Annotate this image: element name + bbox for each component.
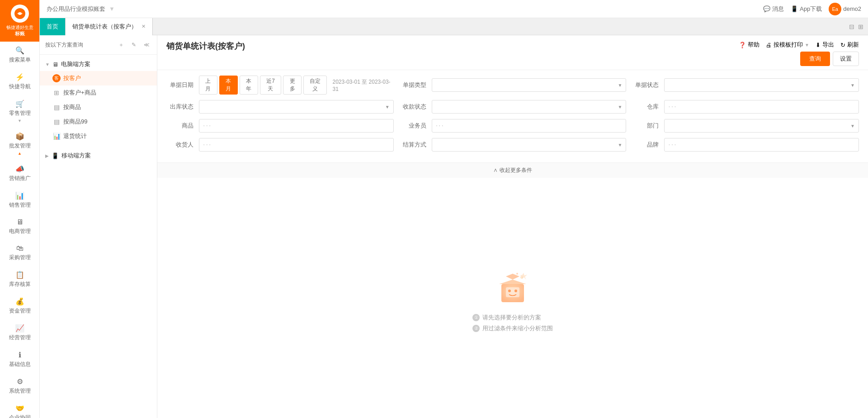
refresh-button[interactable]: ↻ 刷新 — [840, 41, 859, 49]
sidebar-item-purchase[interactable]: 🛍 采购管理 — [0, 240, 39, 266]
sidebar-item-operations[interactable]: 📈 经营管理 — [0, 319, 39, 346]
tree-parent-mobile[interactable]: ▶ 📱 移动端方案 — [40, 149, 157, 162]
by-product99-icon: ▤ — [52, 118, 61, 126]
tab-home[interactable]: 首页 — [40, 18, 66, 35]
product-select[interactable]: ··· — [199, 119, 394, 133]
main-area: 办公用品行业模拟账套 ▼ 💬 消息 📱 App下载 Ea demo2 首页 — [40, 0, 868, 418]
receiver-select[interactable]: ··· — [199, 138, 394, 152]
sidebar-item-system[interactable]: ⚙ 系统管理 — [0, 373, 39, 399]
date-tab-7days[interactable]: 近7天 — [260, 76, 281, 95]
user-name: demo2 — [843, 5, 861, 12]
filter-row-product: 商品 ··· 业务员 ··· 部门 — [166, 119, 859, 133]
export-button[interactable]: ⬇ 导出 — [816, 41, 834, 49]
tree-item-by-customer-product[interactable]: ⊞ 按客户+商品 — [40, 86, 157, 100]
settings-button[interactable]: 设置 — [833, 52, 859, 66]
avatar: Ea — [829, 3, 841, 15]
sidebar-item-ecommerce[interactable]: 🖥 电商管理 — [0, 214, 39, 240]
tree-item-by-product[interactable]: ▤ 按商品 — [40, 100, 157, 114]
sales-icon: 📊 — [15, 191, 24, 200]
sidebar-item-retail[interactable]: 🛒 零售管理 ▼ — [0, 95, 39, 128]
brand-dots: ··· — [668, 141, 677, 149]
inventory-icon: 📋 — [15, 271, 24, 279]
sidebar-item-wholesale[interactable]: 📦 批发管理 ▲ — [0, 128, 39, 160]
date-tab-thismonth[interactable]: 本月 — [219, 76, 238, 95]
settlement-select[interactable]: ▼ — [432, 138, 627, 152]
order-type-select[interactable]: ▼ — [432, 78, 627, 92]
svg-point-1 — [19, 12, 21, 15]
sidebar-item-basicinfo-label: 基础信息 — [9, 361, 31, 368]
empty-tips: ① 请先选择要分析的方案 ② 用过滤条件来缩小分析范围 — [472, 314, 553, 332]
help-button[interactable]: ❓ 帮助 — [739, 41, 760, 49]
finance-icon: 💰 — [15, 297, 24, 306]
page-title: 销货单统计表(按客户) — [166, 41, 245, 52]
app-download-button[interactable]: 📱 App下载 — [791, 5, 822, 13]
out-status-select[interactable]: ▼ — [199, 100, 394, 114]
sidebar-item-collab-label: 企业协同 — [9, 414, 31, 418]
user-menu[interactable]: Ea demo2 — [829, 3, 861, 15]
date-tab-lastmonth[interactable]: 上月 — [199, 76, 217, 95]
retail-arrow: ▼ — [18, 119, 22, 123]
tree-item-return-stats[interactable]: 📊 退货统计 — [40, 129, 157, 143]
sidebar-item-basicinfo[interactable]: ℹ 基础信息 — [0, 346, 39, 373]
sidebar-item-search[interactable]: 🔍 搜索菜单 — [0, 42, 39, 68]
empty-state: ① 请先选择要分析的方案 ② 用过滤条件来缩小分析范围 — [157, 178, 868, 418]
empty-tip-1: ① 请先选择要分析的方案 — [472, 314, 553, 322]
payment-status-select[interactable]: ▼ — [432, 100, 627, 114]
sidebar-item-inventory-label: 库存核算 — [9, 280, 31, 288]
edit-scheme-button[interactable]: ✎ — [129, 40, 139, 50]
app-download-icon: 📱 — [791, 5, 798, 12]
help-icon: ❓ — [739, 42, 746, 48]
product-dots: ··· — [203, 122, 212, 130]
page-actions: ❓ 帮助 🖨 按模板打印 ▼ ⬇ 导出 ↻ — [739, 41, 859, 66]
collapse-bar[interactable]: ∧ 收起更多条件 — [157, 162, 868, 178]
refresh-label: 刷新 — [847, 41, 859, 49]
tree-item-by-customer[interactable]: 客 按客户 — [40, 71, 157, 86]
minimize-icon[interactable]: ⊟ — [849, 23, 854, 30]
print-button[interactable]: 🖨 按模板打印 ▼ — [766, 41, 809, 49]
date-tabs: 上月 本月 本年 近7天 更多 自定义 2023-03-01 至 2023-03… — [199, 76, 394, 95]
salesperson-select[interactable]: ··· — [432, 119, 627, 133]
sidebar-item-collab[interactable]: 🤝 企业协同 — [0, 399, 39, 418]
order-status-control: ▼ — [664, 78, 859, 92]
date-tab-more[interactable]: 更多 — [283, 76, 302, 95]
order-status-select[interactable]: ▼ — [664, 78, 859, 92]
sidebar-item-marketing[interactable]: 📣 营销推广 — [0, 160, 39, 187]
query-button[interactable]: 查询 — [800, 52, 830, 66]
help-label: 帮助 — [748, 41, 760, 49]
add-scheme-button[interactable]: ＋ — [116, 40, 126, 50]
sidebar-item-system-label: 系统管理 — [9, 387, 31, 395]
collapse-panel-button[interactable]: ≪ — [142, 40, 151, 50]
sidebar-item-quicknav-label: 快捷导航 — [9, 83, 31, 90]
sidebar-item-inventory[interactable]: 📋 库存核算 — [0, 266, 39, 293]
tip-text-2: 用过滤条件来缩小分析范围 — [482, 324, 553, 332]
department-select[interactable]: ▼ — [664, 119, 859, 133]
maximize-icon[interactable]: ⊞ — [858, 23, 863, 30]
warehouse-select[interactable]: ··· — [664, 100, 859, 114]
settlement-arrow: ▼ — [618, 142, 622, 147]
system-icon: ⚙ — [17, 377, 23, 386]
brand-select[interactable]: ··· — [664, 138, 859, 152]
message-button[interactable]: 💬 消息 — [763, 5, 784, 13]
sidebar-item-sales[interactable]: 📊 销售管理 — [0, 187, 39, 214]
tip-num-1: ① — [472, 314, 480, 321]
purchase-icon: 🛍 — [16, 244, 24, 252]
tree-item-by-product99[interactable]: ▤ 按商品99 — [40, 114, 157, 129]
tab-home-label: 首页 — [47, 23, 58, 31]
operations-icon: 📈 — [15, 324, 24, 332]
sidebar-item-quicknav[interactable]: ⚡ 快捷导航 — [0, 68, 39, 95]
return-stats-label: 退货统计 — [63, 132, 87, 140]
tree-parent-desktop[interactable]: ▼ 🖥 电脑端方案 — [40, 57, 157, 71]
svg-point-4 — [508, 290, 511, 292]
collapse-label: 收起更多条件 — [500, 167, 532, 173]
date-tab-thisyear[interactable]: 本年 — [240, 76, 258, 95]
department-label: 部门 — [632, 122, 659, 130]
tab-report-label: 销货单统计表（按客户） — [72, 23, 137, 31]
settlement-label: 结算方式 — [399, 141, 426, 149]
tab-close-button[interactable]: ✕ — [142, 24, 146, 29]
sidebar-item-finance[interactable]: 💰 资金管理 — [0, 293, 39, 319]
receiver-label: 收货人 — [166, 141, 193, 149]
by-product-icon: ▤ — [52, 103, 61, 111]
sidebar-item-search-label: 搜索菜单 — [9, 56, 31, 64]
date-tab-custom[interactable]: 自定义 — [303, 76, 327, 95]
tab-report[interactable]: 销货单统计表（按客户） ✕ — [66, 18, 153, 35]
